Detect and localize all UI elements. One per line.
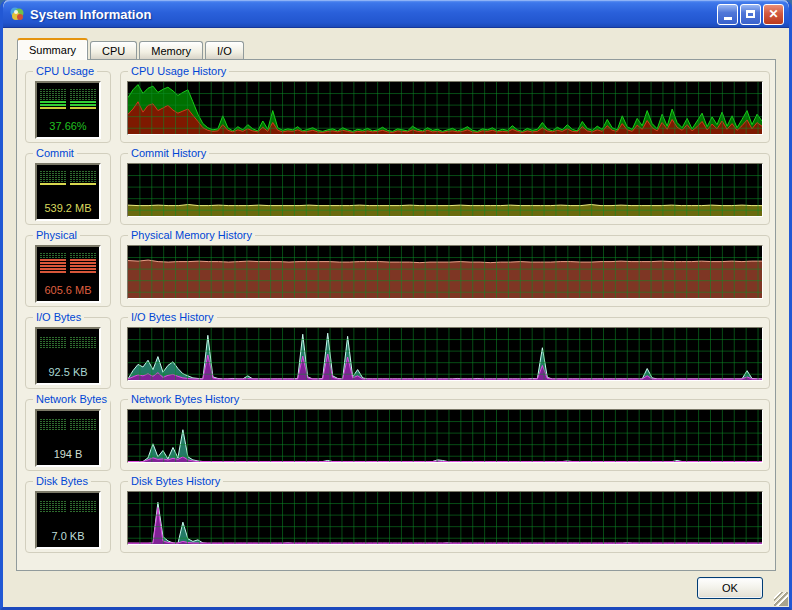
tab-cpu[interactable]: CPU: [90, 41, 137, 59]
network-bytes-history-graph: [127, 409, 763, 463]
network-row: Network Bytes 194 B Network Bytes Histor…: [25, 395, 770, 471]
io-history-label: I/O Bytes History: [128, 311, 217, 323]
commit-gauge: 539.2 MB: [35, 163, 101, 221]
network-bytes-meter: [40, 417, 96, 435]
io-bytes-meter: [40, 335, 96, 353]
network-bytes-label: Network Bytes: [33, 393, 110, 405]
physical-row: Physical 605.6 MB Physical Memory Histor…: [25, 231, 770, 307]
commit-row: Commit 539.2 MB Commit History: [25, 149, 770, 225]
tab-io[interactable]: I/O: [205, 41, 244, 59]
window-title: System Information: [30, 7, 715, 22]
disk-bytes-label: Disk Bytes: [33, 475, 91, 487]
commit-history-graph: [127, 163, 763, 217]
io-row: I/O Bytes 92.5 KB I/O Bytes History: [25, 313, 770, 389]
physical-meter: [40, 253, 96, 278]
physical-history-groupbox: Physical Memory History: [120, 235, 770, 307]
tab-memory[interactable]: Memory: [139, 41, 203, 59]
physical-history-label: Physical Memory History: [128, 229, 255, 241]
commit-value: 539.2 MB: [44, 202, 91, 214]
io-history-groupbox: I/O Bytes History: [120, 317, 770, 389]
cpu-history-label: CPU Usage History: [128, 65, 229, 77]
close-icon: ✕: [768, 8, 778, 20]
ok-button[interactable]: OK: [697, 577, 763, 599]
cpu-usage-history-graph: [127, 81, 763, 135]
disk-row: Disk Bytes 7.0 KB Disk Bytes History: [25, 477, 770, 553]
system-information-window: System Information ✕ Summary CPU Memory …: [0, 0, 792, 610]
maximize-button[interactable]: [740, 4, 761, 25]
cpu-usage-value: 37.66%: [49, 120, 86, 132]
physical-groupbox: Physical 605.6 MB: [25, 235, 111, 307]
disk-bytes-value: 7.0 KB: [51, 530, 84, 542]
cpu-row: CPU Usage 37.66% CPU Usage History: [25, 67, 770, 143]
physical-gauge: 605.6 MB: [35, 245, 101, 303]
network-bytes-gauge: 194 B: [35, 409, 101, 467]
disk-bytes-meter: [40, 499, 96, 517]
io-bytes-groupbox: I/O Bytes 92.5 KB: [25, 317, 111, 389]
commit-history-label: Commit History: [128, 147, 209, 159]
network-history-label: Network Bytes History: [128, 393, 242, 405]
network-bytes-groupbox: Network Bytes 194 B: [25, 399, 111, 471]
title-bar[interactable]: System Information ✕: [3, 0, 789, 28]
close-button[interactable]: ✕: [763, 4, 784, 25]
tab-bar: Summary CPU Memory I/O: [3, 28, 789, 59]
disk-history-groupbox: Disk Bytes History: [120, 481, 770, 553]
disk-bytes-gauge: 7.0 KB: [35, 491, 101, 549]
disk-history-label: Disk Bytes History: [128, 475, 223, 487]
io-bytes-value: 92.5 KB: [48, 366, 87, 378]
cpu-history-groupbox: CPU Usage History: [120, 71, 770, 143]
app-icon: [9, 6, 25, 22]
cpu-usage-label: CPU Usage: [33, 65, 97, 77]
physical-label: Physical: [33, 229, 80, 241]
maximize-icon: [746, 10, 755, 18]
commit-groupbox: Commit 539.2 MB: [25, 153, 111, 225]
physical-value: 605.6 MB: [44, 284, 91, 296]
io-bytes-label: I/O Bytes: [33, 311, 84, 323]
io-bytes-history-graph: [127, 327, 763, 381]
network-bytes-value: 194 B: [54, 448, 83, 460]
disk-bytes-history-graph: [127, 491, 763, 545]
network-history-groupbox: Network Bytes History: [120, 399, 770, 471]
cpu-usage-groupbox: CPU Usage 37.66%: [25, 71, 111, 143]
dialog-footer: OK: [3, 571, 789, 607]
cpu-usage-gauge: 37.66%: [35, 81, 101, 139]
tab-summary[interactable]: Summary: [17, 38, 88, 60]
minimize-button[interactable]: [717, 4, 738, 25]
cpu-usage-meter: [40, 89, 96, 114]
commit-label: Commit: [33, 147, 77, 159]
io-bytes-gauge: 92.5 KB: [35, 327, 101, 385]
physical-memory-history-graph: [127, 245, 763, 299]
commit-history-groupbox: Commit History: [120, 153, 770, 225]
resize-grip[interactable]: [774, 592, 788, 606]
commit-meter: [40, 171, 96, 190]
disk-bytes-groupbox: Disk Bytes 7.0 KB: [25, 481, 111, 553]
minimize-icon: [724, 17, 732, 20]
summary-tab-page: CPU Usage 37.66% CPU Usage History Commi…: [16, 59, 776, 571]
